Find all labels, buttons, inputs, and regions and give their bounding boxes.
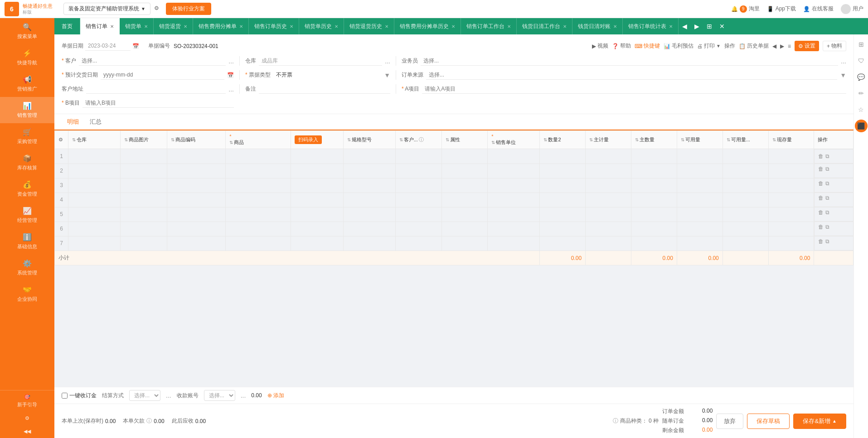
row-attributes[interactable] <box>442 193 488 207</box>
tab-close-icon[interactable]: ✕ <box>239 24 243 29</box>
profit-btn[interactable]: 📊 毛利预估 <box>664 41 693 51</box>
tab-close-icon[interactable]: ✕ <box>110 24 114 29</box>
row-customer-code[interactable] <box>395 207 442 221</box>
help-btn[interactable]: ❓ 帮助 <box>612 41 631 51</box>
copy-icon[interactable]: ⧉ <box>825 153 829 159</box>
row-qty2[interactable] <box>540 221 586 236</box>
sidebar-collapse-btn[interactable]: ◀◀ <box>0 425 54 438</box>
row-spec[interactable] <box>343 193 395 207</box>
delete-icon[interactable]: 🗑 <box>818 180 824 190</box>
add-btn[interactable]: ⊕ 添加 <box>267 392 284 399</box>
notification-item[interactable]: 🔔 9 淘里 <box>731 5 760 13</box>
row-warehouse[interactable] <box>68 164 121 178</box>
row-warehouse[interactable] <box>68 221 121 236</box>
row-product-img[interactable] <box>121 236 167 251</box>
sidebar-item-basic-info[interactable]: ℹ️ 基础信息 <box>0 228 54 255</box>
row-stock[interactable] <box>768 193 814 207</box>
row-product-code[interactable] <box>167 178 226 193</box>
row-product-img[interactable] <box>121 207 167 221</box>
order-source-dropdown-icon[interactable]: ▼ <box>840 72 846 79</box>
row-available[interactable] <box>677 236 723 251</box>
row-product[interactable] <box>226 178 291 193</box>
row-spec[interactable] <box>343 221 395 236</box>
scan-btn[interactable]: 扫码录入 <box>295 135 322 144</box>
tab-sales-expense[interactable]: 销售费用分摊单 ✕ <box>193 18 249 34</box>
row-product-img[interactable] <box>121 149 167 164</box>
calendar-icon[interactable]: 📅 <box>132 43 139 49</box>
row-available[interactable] <box>677 149 723 164</box>
row-product[interactable] <box>226 236 291 251</box>
row-attributes[interactable] <box>442 164 488 178</box>
row-available[interactable] <box>677 193 723 207</box>
user-item[interactable]: 用户 <box>841 4 863 14</box>
sidebar-item-system[interactable]: ⚙️ 系统管理 <box>0 255 54 281</box>
copy-icon[interactable]: ⧉ <box>825 224 829 234</box>
row-sales-unit[interactable] <box>488 149 540 164</box>
row-sales-unit[interactable] <box>488 236 540 251</box>
next-record-btn[interactable]: ▶ <box>780 41 784 51</box>
row-customer-code[interactable] <box>395 236 442 251</box>
row-available2[interactable] <box>723 178 768 193</box>
row-available[interactable] <box>677 207 723 221</box>
row-stock[interactable] <box>768 164 814 178</box>
copy-icon[interactable]: ⧉ <box>825 195 829 205</box>
tab-prev-btn[interactable]: ◀ <box>679 23 691 30</box>
tab-close-icon[interactable]: ✕ <box>290 24 293 29</box>
expand-dots-icon[interactable]: ... <box>166 392 171 399</box>
delete-icon[interactable]: 🗑 <box>818 209 824 219</box>
sort-icon[interactable]: ⇅ <box>72 137 76 142</box>
row-warehouse[interactable] <box>68 178 121 193</box>
row-available[interactable] <box>677 178 723 193</box>
account-expand-icon[interactable]: ... <box>241 392 246 399</box>
row-product-img[interactable] <box>121 221 167 236</box>
copy-icon[interactable]: ⧉ <box>825 166 829 176</box>
row-main-unit[interactable] <box>586 178 631 193</box>
operate-btn[interactable]: 操作 <box>724 41 735 51</box>
row-product-img[interactable] <box>121 178 167 193</box>
row-qty2[interactable] <box>540 178 586 193</box>
order-source-input[interactable] <box>426 70 837 80</box>
row-main-unit[interactable] <box>586 164 631 178</box>
row-customer-code[interactable] <box>395 164 442 178</box>
row-qty2[interactable] <box>540 164 586 178</box>
settings-form-btn[interactable]: ⚙ 设置 <box>795 41 819 51</box>
sidebar-item-sales[interactable]: 📊 销售管理 <box>0 97 54 123</box>
account-select[interactable]: 选择... <box>204 390 235 401</box>
right-panel-shield-icon[interactable]: 🛡 <box>855 54 868 67</box>
delete-icon[interactable]: 🗑 <box>818 224 824 234</box>
row-main-unit[interactable] <box>586 236 631 251</box>
row-qty2[interactable] <box>540 193 586 207</box>
copy-icon[interactable]: ⧉ <box>825 209 829 219</box>
delete-icon[interactable]: 🗑 <box>818 166 824 176</box>
tab-receipt-history[interactable]: 销货单历史 ✕ <box>299 18 344 34</box>
tab-close-all-btn[interactable]: ✕ <box>716 23 728 30</box>
row-main-qty[interactable] <box>631 236 677 251</box>
row-available[interactable] <box>677 164 723 178</box>
row-product-code[interactable] <box>167 149 226 164</box>
row-product-code[interactable] <box>167 193 226 207</box>
row-customer-code[interactable] <box>395 178 442 193</box>
settings-icon[interactable]: ⚙ <box>154 5 162 13</box>
tab-close-icon[interactable]: ✕ <box>613 24 617 29</box>
sort-icon[interactable]: ⇅ <box>543 137 547 142</box>
row-spec[interactable] <box>343 149 395 164</box>
sort-icon[interactable]: ⇅ <box>446 137 449 142</box>
row-stock[interactable] <box>768 236 814 251</box>
row-stock[interactable] <box>768 149 814 164</box>
row-attributes[interactable] <box>442 207 488 221</box>
row-product-code[interactable] <box>167 207 226 221</box>
tab-order-workbench[interactable]: 销售订单工作台 ✕ <box>461 18 517 34</box>
tab-daily-workbench[interactable]: 钱货日清工作台 ✕ <box>517 18 572 34</box>
col-settings-icon[interactable]: ⚙ <box>58 137 63 142</box>
salesperson-expand-icon[interactable]: ... <box>841 58 846 65</box>
row-sales-unit[interactable] <box>488 193 540 207</box>
sort-icon[interactable]: ⇅ <box>347 137 351 142</box>
sort-icon[interactable]: ⇅ <box>772 137 776 142</box>
tab-close-icon[interactable]: ✕ <box>184 24 187 29</box>
row-attributes[interactable] <box>442 236 488 251</box>
tab-close-icon[interactable]: ✕ <box>144 24 148 29</box>
row-spec[interactable] <box>343 207 395 221</box>
sort-icon[interactable]: ⇅ <box>681 137 684 142</box>
sidebar-item-beginner[interactable]: 🎯 新手引导 <box>0 390 54 412</box>
right-panel-edit-icon[interactable]: ✏ <box>855 87 868 100</box>
